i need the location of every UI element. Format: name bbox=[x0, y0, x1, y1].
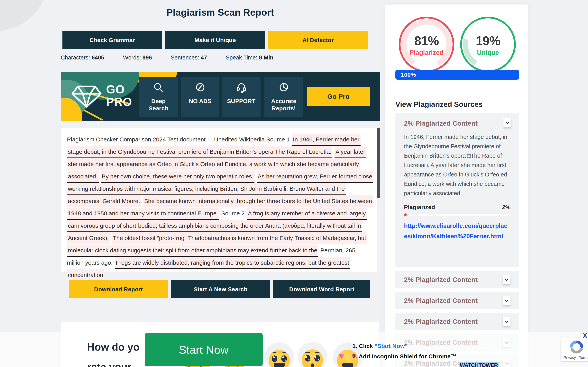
go-pro-logo-text: GO PRO bbox=[106, 83, 132, 108]
search-icon bbox=[152, 81, 165, 94]
source-meter-label: Plagiarized bbox=[404, 204, 435, 210]
stat-speak-time: Speak Time:8 Min bbox=[226, 54, 273, 61]
start-now-button[interactable]: Start Now bbox=[145, 333, 263, 366]
report-action-bar: Download Report Start A New Search Downl… bbox=[69, 280, 370, 298]
start-now-link-text[interactable]: "Start Now" bbox=[375, 343, 407, 349]
diamond-icon bbox=[71, 84, 102, 108]
amazed-emoji-icon bbox=[302, 349, 323, 367]
chevron-down-icon bbox=[506, 120, 509, 124]
check-grammar-button[interactable]: Check Grammar bbox=[62, 31, 162, 49]
document-segment: Plagiarism Checker Comparison 2024 Test … bbox=[67, 136, 290, 143]
plagiarized-percentage: 81% bbox=[401, 34, 452, 48]
top-action-bar: Check Grammar Make it Unique AI Detector bbox=[62, 31, 368, 49]
chevron-down-icon bbox=[505, 277, 508, 281]
ad-instructions: 1. Click "Start Now" 2. Add Incognito Sh… bbox=[352, 343, 456, 360]
source-card-expanded: 2% Plagiarized Content In 1946, Ferrier … bbox=[395, 113, 519, 267]
scanned-document-text: Plagiarism Checker Comparison 2024 Test … bbox=[67, 133, 372, 281]
watchtower-logo: WATCHTOWER bbox=[459, 362, 499, 367]
source-meter-value: 2% bbox=[502, 204, 511, 210]
source-meter bbox=[404, 214, 511, 216]
star-struck-emoji-icon bbox=[269, 350, 290, 367]
go-pro-button[interactable]: Go Pro bbox=[307, 87, 370, 106]
feature-no-ads: NO ADS bbox=[181, 77, 219, 117]
recaptcha-links[interactable]: Privacy - Terms bbox=[561, 355, 588, 360]
page-title: Plagiarism Scan Report bbox=[61, 7, 380, 18]
unique-gauge: 19% Unique bbox=[460, 17, 516, 72]
plagiarized-label: Plagiarized bbox=[401, 49, 452, 56]
expand-source-button[interactable] bbox=[503, 317, 511, 326]
source-card: 2% Plagiarized Content bbox=[395, 313, 519, 330]
document-scrollbar-thumb[interactable] bbox=[377, 128, 380, 198]
unique-label: Unique bbox=[462, 49, 514, 56]
ai-detector-button[interactable]: AI Detector bbox=[268, 31, 368, 49]
source-meter-fill bbox=[404, 213, 407, 216]
unique-percentage: 19% bbox=[462, 34, 514, 48]
recaptcha-badge[interactable]: Privacy - Terms bbox=[561, 338, 588, 361]
ad-step-1: 1. Click "Start Now" bbox=[352, 343, 456, 349]
plagiarized-gauge: 81% Plagiarized bbox=[399, 17, 454, 72]
start-new-search-button[interactable]: Start A New Search bbox=[171, 280, 270, 298]
no-ads-icon bbox=[194, 81, 206, 94]
source-card-title: 2% Plagiarized Content bbox=[404, 119, 511, 127]
corner-decoration bbox=[0, 0, 49, 31]
results-sidebar: 81% Plagiarized 19% Unique 100% View Pla… bbox=[385, 5, 528, 367]
stat-words: Words:996 bbox=[123, 54, 152, 61]
feature-deep-search: Deep Search bbox=[139, 77, 178, 117]
download-word-report-button[interactable]: Download Word Report bbox=[273, 280, 370, 298]
chevron-down-icon bbox=[505, 319, 508, 323]
source-card: 2% Plagiarized Content bbox=[395, 271, 519, 288]
headset-icon bbox=[235, 81, 247, 94]
plagiarized-segment[interactable]: By her own choice, these were her only t… bbox=[101, 171, 255, 183]
survey-heading: How do yo rate your bbox=[87, 337, 140, 367]
report-main-column: Plagiarism Scan Report Check Grammar Mak… bbox=[61, 0, 380, 367]
chevron-down-icon bbox=[505, 298, 508, 302]
feature-accurate-reports: Accurate Reports! bbox=[264, 77, 303, 117]
download-report-button[interactable]: Download Report bbox=[69, 280, 168, 298]
stat-characters: Characters:6405 bbox=[61, 54, 104, 61]
recaptcha-icon bbox=[569, 339, 584, 355]
source-card-title: 2% Plagiarized Content bbox=[404, 318, 477, 325]
source-url-link[interactable]: http://www.elisarolle.com/queerplaces/kl… bbox=[404, 221, 511, 242]
sources-heading: View Plagiarized Sources bbox=[395, 100, 483, 108]
source-card-title: 2% Plagiarized Content bbox=[404, 276, 477, 284]
document-stats: Characters:6405 Words:996 Sentences:47 S… bbox=[61, 54, 273, 61]
scan-progress-bar: 100% bbox=[395, 70, 519, 80]
collapse-source-button[interactable] bbox=[503, 118, 511, 127]
go-pro-banner: GO PRO Deep Search NO ADS bbox=[61, 72, 380, 121]
pie-chart-icon bbox=[278, 81, 290, 94]
source-excerpt: In 1946, Ferrier made her stage debut, i… bbox=[404, 132, 511, 198]
scanned-document-panel: Plagiarism Checker Comparison 2024 Test … bbox=[61, 128, 380, 272]
expand-source-button[interactable] bbox=[503, 296, 511, 305]
score-gauges: 81% Plagiarized 19% Unique bbox=[395, 17, 519, 72]
source-card-title: 2% Plagiarized Content bbox=[404, 297, 477, 304]
stat-sentences: Sentences:47 bbox=[171, 54, 207, 61]
ad-step-2: 2. Add Incognito Shield for Chrome™ bbox=[352, 353, 456, 360]
plagiarized-sources-list: 2% Plagiarized Content In 1946, Ferrier … bbox=[395, 113, 519, 367]
source-card: 2% Plagiarized Content bbox=[395, 292, 519, 309]
feature-support: SUPPORT bbox=[222, 77, 261, 117]
expand-source-button[interactable] bbox=[503, 275, 511, 284]
divider bbox=[395, 89, 519, 89]
document-segment: Source 2 bbox=[221, 210, 245, 217]
make-it-unique-button[interactable]: Make it Unique bbox=[165, 31, 265, 49]
